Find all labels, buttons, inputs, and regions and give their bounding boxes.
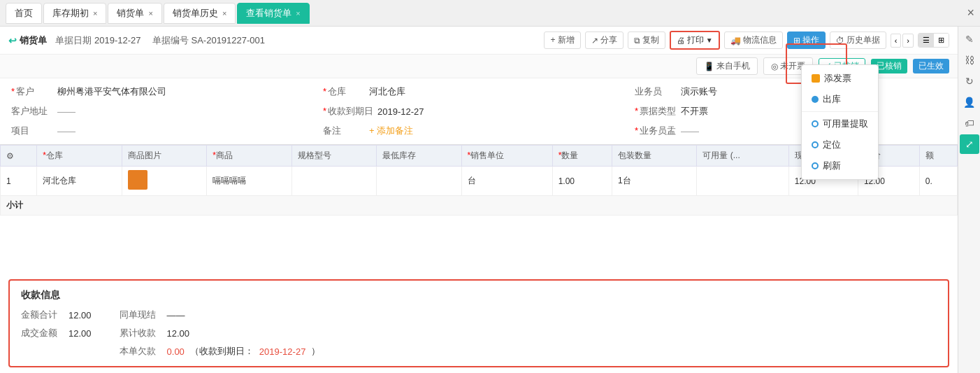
ticket-icon: ◎ xyxy=(771,62,778,71)
tab-home[interactable]: 首页 xyxy=(6,3,42,24)
tab-inventory-init[interactable]: 库存期初 × xyxy=(43,3,106,24)
staff-field: 业务员 演示账号 xyxy=(635,85,946,98)
close-sales-order-tab[interactable]: × xyxy=(148,9,152,17)
dropdown-divider xyxy=(802,111,878,112)
deal-amount-field: 成交金额 12.00 xyxy=(21,327,92,339)
header-bar: ↩ 销货单 单据日期 2019-12-27 单据编号 SA-20191227-0… xyxy=(0,27,958,55)
close-sales-history-tab[interactable]: × xyxy=(222,9,226,17)
cell-available xyxy=(697,167,788,196)
effective-badge: 已生效 xyxy=(913,59,949,73)
col-qty: *数量 xyxy=(552,146,612,167)
grid-view-btn[interactable]: ⊞ xyxy=(934,34,949,47)
payment-panel: 收款信息 金额合计 12.00 成交金额 12.00 同单现结 —— xyxy=(8,279,949,367)
note-field: 备注 + 添加备注 xyxy=(323,125,635,137)
cell-spec xyxy=(291,167,376,196)
customer-field: 客户 柳州粤港平安气体有限公司 xyxy=(11,85,323,98)
col-product: *商品 xyxy=(207,146,291,167)
print-button[interactable]: 🖨 打印 ▼ xyxy=(670,31,720,50)
tab-sales-history[interactable]: 销货单历史 × xyxy=(164,3,236,24)
col-amount: 额 xyxy=(919,146,957,167)
prev-btn[interactable]: ‹ xyxy=(891,34,902,48)
share-icon: ↗ xyxy=(591,36,598,45)
number-field: 单据编号 SA-20191227-001 xyxy=(152,34,266,47)
cell-min-stock xyxy=(377,167,461,196)
add-invoice-item[interactable]: 添发票 xyxy=(802,68,878,89)
close-view-sales-tab[interactable]: × xyxy=(296,9,300,17)
history-button[interactable]: ⏱ 历史单据 xyxy=(830,31,886,49)
share-button[interactable]: ↗ 分享 xyxy=(585,31,624,49)
cell-qty: 1.00 xyxy=(552,167,612,196)
add-note-btn[interactable]: + 添加备注 xyxy=(369,125,413,137)
right-sidebar: ✎ ⛓ ↻ 👤 🏷 ⤢ xyxy=(958,27,980,373)
payment-date-field: 收款到期日 2019-12-27 xyxy=(323,105,635,118)
sidebar-edit-icon[interactable]: ✎ xyxy=(960,29,979,49)
col-settings[interactable]: ⚙ xyxy=(1,146,37,167)
cumulative-payment-field: 累计收款 12.00 xyxy=(120,327,321,339)
date-field: 单据日期 2019-12-27 xyxy=(55,34,141,47)
add-button[interactable]: + 新增 xyxy=(544,31,580,49)
address-field: 客户地址 —— xyxy=(11,105,323,118)
nav-arrows: ‹ › xyxy=(891,34,914,48)
total-amount-field: 金额合计 12.00 xyxy=(21,309,92,321)
print-dropdown-icon: ▼ xyxy=(706,36,713,44)
ticket-type-field: 票据类型 不开票 xyxy=(635,105,946,118)
cell-warehouse: 河北仓库 xyxy=(37,167,122,196)
next-btn[interactable]: › xyxy=(902,34,914,48)
refresh-icon xyxy=(812,162,819,169)
col-spec: 规格型号 xyxy=(291,146,376,167)
payment-grid: 金额合计 12.00 成交金额 12.00 同单现结 —— 累计收款 xyxy=(21,309,937,358)
doc-info: 单据日期 2019-12-27 单据编号 SA-20191227-001 xyxy=(55,34,265,47)
col-pack-qty: 包装数量 xyxy=(612,146,697,167)
available-qty-icon xyxy=(812,120,819,127)
mobile-icon: 📱 xyxy=(704,62,714,71)
outbound-item[interactable]: 出库 xyxy=(802,89,878,110)
operations-button[interactable]: ⊞ 操作 xyxy=(787,31,826,49)
sidebar-tag-icon[interactable]: 🏷 xyxy=(960,113,979,133)
print-icon: 🖨 xyxy=(677,36,685,45)
subtotal-row: 小计 xyxy=(1,196,958,216)
doc-type-label: ↩ 销货单 xyxy=(8,34,47,47)
header-actions: + 新增 ↗ 分享 ⧉ 复制 🖨 打印 ▼ 🚚 物流信息 xyxy=(544,31,949,50)
locate-icon xyxy=(812,141,819,148)
outstanding-field: 本单欠款 0.00 （收款到期日： 2019-12-27 ） xyxy=(120,345,321,358)
col-min-stock: 最低库存 xyxy=(377,146,461,167)
col-available: 可用量 (... xyxy=(697,146,788,167)
tab-sales-order[interactable]: 销货单 × xyxy=(108,3,161,24)
cell-sales-unit: 台 xyxy=(461,167,552,196)
copy-button[interactable]: ⧉ 复制 xyxy=(628,31,665,49)
sidebar-expand-icon[interactable]: ⤢ xyxy=(960,134,979,154)
cell-product: 嗝嗝嗝嗝 xyxy=(207,167,291,196)
add-invoice-icon xyxy=(812,74,820,83)
available-qty-item[interactable]: 可用量提取 xyxy=(802,113,878,134)
col-warehouse: *仓库 xyxy=(37,146,122,167)
same-order-settlement-field: 同单现结 —— xyxy=(120,309,321,321)
warehouse-field: 仓库 河北仓库 xyxy=(323,85,635,98)
tab-view-sales[interactable]: 查看销货单 × xyxy=(237,3,309,24)
locate-item[interactable]: 定位 xyxy=(802,134,878,155)
sales-staff-field: 业务员盂 —— xyxy=(635,125,946,137)
cell-product-img xyxy=(122,167,206,196)
payment-title: 收款信息 xyxy=(21,289,937,302)
sidebar-link-icon[interactable]: ⛓ xyxy=(960,50,979,70)
logistics-button[interactable]: 🚚 物流信息 xyxy=(724,31,783,49)
history-icon: ⏱ xyxy=(836,36,844,45)
truck-icon: 🚚 xyxy=(730,36,741,45)
list-view-btn[interactable]: ☰ xyxy=(918,34,934,47)
from-mobile-btn[interactable]: 📱 来自手机 xyxy=(696,57,758,75)
tab-bar: 首页 库存期初 × 销货单 × 销货单历史 × 查看销货单 × × xyxy=(0,0,980,27)
payment-right-col: 同单现结 —— 累计收款 12.00 本单欠款 0.00 （收款到期日： 201… xyxy=(120,309,321,358)
payment-left-col: 金额合计 12.00 成交金额 12.00 xyxy=(21,309,92,358)
cell-row-num: 1 xyxy=(1,167,37,196)
close-inventory-init-tab[interactable]: × xyxy=(93,9,97,17)
sidebar-rotate-icon[interactable]: ↻ xyxy=(960,71,979,91)
cell-amount: 0. xyxy=(919,167,957,196)
doc-type-text: 销货单 xyxy=(20,34,47,47)
refresh-item[interactable]: 刷新 xyxy=(802,155,878,176)
cell-pack-qty: 1台 xyxy=(612,167,697,196)
product-image xyxy=(128,170,147,190)
window-close-btn[interactable]: × xyxy=(967,6,974,20)
project-field: 项目 —— xyxy=(11,125,323,137)
view-toggle: ☰ ⊞ xyxy=(918,33,949,48)
operations-dropdown: 添发票 出库 可用量提取 定位 刷新 xyxy=(801,64,879,180)
sidebar-user-icon[interactable]: 👤 xyxy=(960,92,979,112)
